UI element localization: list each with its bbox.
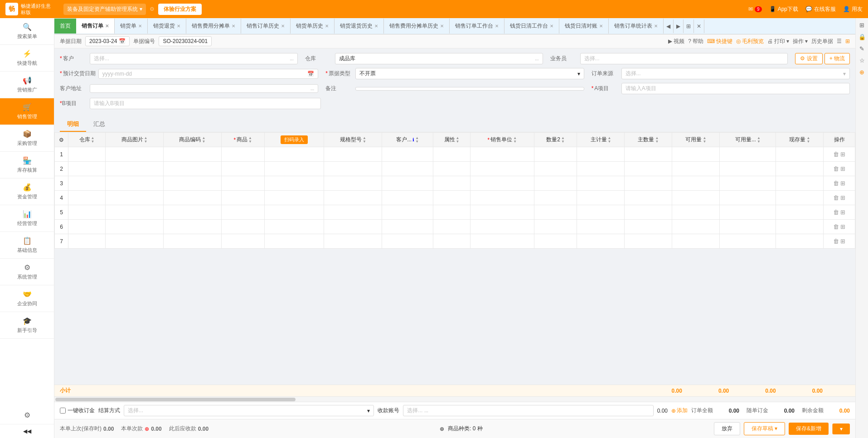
row-available2-2[interactable] bbox=[720, 162, 776, 176]
row-customer-code-1[interactable] bbox=[382, 147, 433, 162]
sidebar-item-system[interactable]: ⚙系统管理 bbox=[0, 259, 54, 285]
row-stock-2[interactable] bbox=[776, 162, 824, 176]
row-action-4[interactable]: 🗑 ⊞ bbox=[824, 191, 855, 205]
row-available2-3[interactable] bbox=[720, 176, 776, 191]
row-qty2-2[interactable] bbox=[534, 162, 577, 176]
row-spec-4[interactable] bbox=[324, 191, 382, 205]
tab-sales-expense-history[interactable]: 销售费用分摊单历史✕ bbox=[384, 19, 450, 34]
delete-icon-6[interactable]: 🗑 bbox=[833, 223, 839, 230]
row-stock-5[interactable] bbox=[776, 205, 824, 220]
tab-sales-invoice[interactable]: 销货单✕ bbox=[115, 19, 148, 34]
col-main-unit-header[interactable]: 主计量 ▲▼ bbox=[577, 133, 625, 147]
row-qty2-6[interactable] bbox=[534, 220, 577, 234]
save-draft-button[interactable]: 保存草稿 ▾ bbox=[744, 422, 785, 435]
app-download-button[interactable]: 📱 App下载 bbox=[769, 5, 798, 13]
tab-close-icon[interactable]: ✕ bbox=[374, 24, 378, 29]
tab-sales-summary[interactable]: 销售订单统计表✕ bbox=[609, 19, 664, 34]
row-warehouse-5[interactable] bbox=[68, 205, 106, 220]
row-product-1[interactable] bbox=[221, 147, 264, 162]
delivery-date-input[interactable]: yyyy-mm-dd 📅 bbox=[98, 69, 319, 79]
sidebar-item-finance[interactable]: 💰资金管理 bbox=[0, 178, 54, 205]
row-attribute-6[interactable] bbox=[433, 220, 470, 234]
tab-more-button[interactable]: ⊞ bbox=[684, 19, 694, 33]
tab-close-icon[interactable]: ✕ bbox=[232, 24, 235, 29]
tab-close-icon[interactable]: ✕ bbox=[440, 24, 444, 29]
account-select[interactable]: 选择... ... bbox=[403, 405, 653, 416]
col-available-header[interactable]: 可用量 ▲▼ bbox=[672, 133, 720, 147]
sidebar-collapse-button[interactable]: ◀◀ bbox=[0, 424, 54, 438]
save-new-button[interactable]: 保存&新增 bbox=[789, 423, 829, 435]
row-customer-code-3[interactable] bbox=[382, 176, 433, 191]
tab-sales-order-history[interactable]: 销售订单历史✕ bbox=[241, 19, 291, 34]
row-action-1[interactable]: 🗑 ⊞ bbox=[824, 147, 855, 162]
col-available2-header[interactable]: 可用量... ▲▼ bbox=[720, 133, 776, 147]
view-button[interactable]: ▶ 视频 bbox=[668, 38, 684, 45]
copy-icon-6[interactable]: ⊞ bbox=[840, 223, 845, 230]
row-image-5[interactable] bbox=[106, 205, 164, 220]
row-main-qty-5[interactable] bbox=[625, 205, 672, 220]
row-main-qty-7[interactable] bbox=[625, 234, 672, 249]
row-spec-3[interactable] bbox=[324, 176, 382, 191]
user-button[interactable]: 👤 用友 bbox=[843, 5, 863, 13]
col-product-header[interactable]: *商品 ▲▼ bbox=[221, 133, 264, 147]
row-main-unit-4[interactable] bbox=[577, 191, 625, 205]
sidebar-item-search[interactable]: 🔍搜索菜单 bbox=[0, 18, 54, 45]
row-customer-code-4[interactable] bbox=[382, 191, 433, 205]
row-warehouse-6[interactable] bbox=[68, 220, 106, 234]
tab-close-icon[interactable]: ✕ bbox=[654, 24, 658, 29]
row-unit-4[interactable] bbox=[470, 191, 534, 205]
row-image-3[interactable] bbox=[106, 176, 164, 191]
row-warehouse-4[interactable] bbox=[68, 191, 106, 205]
tab-sales-expense-split[interactable]: 销售费用分摊单✕ bbox=[186, 19, 241, 34]
row-main-unit-7[interactable] bbox=[577, 234, 625, 249]
row-warehouse-3[interactable] bbox=[68, 176, 106, 191]
tab-close-icon[interactable]: ✕ bbox=[281, 24, 285, 29]
row-stock-3[interactable] bbox=[776, 176, 824, 191]
add-payment-button[interactable]: ⊕ 添加 bbox=[671, 407, 688, 414]
row-stock-1[interactable] bbox=[776, 147, 824, 162]
copy-icon-7[interactable]: ⊞ bbox=[840, 238, 845, 245]
row-action-6[interactable]: 🗑 ⊞ bbox=[824, 220, 855, 234]
col-stock-header[interactable]: 现存量 ▲▼ bbox=[776, 133, 824, 147]
row-product-4[interactable] bbox=[221, 191, 264, 205]
row-customer-code-5[interactable] bbox=[382, 205, 433, 220]
row-available2-6[interactable] bbox=[720, 220, 776, 234]
row-action-3[interactable]: 🗑 ⊞ bbox=[824, 176, 855, 191]
shortcut-button[interactable]: ⌨ 快捷键 bbox=[707, 38, 732, 45]
row-image-1[interactable] bbox=[106, 147, 164, 162]
row-image-7[interactable] bbox=[106, 234, 164, 249]
row-main-qty-2[interactable] bbox=[625, 162, 672, 176]
sidebar-item-guide[interactable]: 🎓新手引导 bbox=[0, 312, 54, 339]
row-unit-7[interactable] bbox=[470, 234, 534, 249]
form-view-button[interactable]: ⊞ bbox=[845, 38, 850, 44]
row-attribute-3[interactable] bbox=[433, 176, 470, 191]
tab-close-icon[interactable]: ✕ bbox=[495, 24, 499, 29]
row-main-qty-6[interactable] bbox=[625, 220, 672, 234]
address-input[interactable]: ... bbox=[90, 84, 318, 93]
col-unit-header[interactable]: *销售单位 ▲▼ bbox=[470, 133, 534, 147]
col-product-image-header[interactable]: 商品图片 ▲▼ bbox=[106, 133, 164, 147]
row-code-2[interactable] bbox=[163, 162, 221, 176]
tab-close-icon[interactable]: ✕ bbox=[550, 24, 553, 29]
row-customer-code-6[interactable] bbox=[382, 220, 433, 234]
project-b-input[interactable]: 请输入B项目 bbox=[90, 98, 321, 109]
online-service-button[interactable]: 💬 在线客服 bbox=[805, 5, 836, 13]
one-click-checkbox[interactable]: 一键收订金 bbox=[60, 407, 95, 414]
sidebar-item-settings[interactable]: ⚙ bbox=[0, 406, 54, 424]
system-selector[interactable]: 装备及固定资产辅助管理系统 ▾ bbox=[63, 4, 146, 15]
delete-icon-2[interactable]: 🗑 bbox=[833, 165, 839, 172]
row-stock-4[interactable] bbox=[776, 191, 824, 205]
delete-icon-4[interactable]: 🗑 bbox=[833, 194, 839, 201]
scan-button[interactable]: 扫码录入 bbox=[281, 135, 308, 144]
row-warehouse-7[interactable] bbox=[68, 234, 106, 249]
row-image-4[interactable] bbox=[106, 191, 164, 205]
scroll-thumb[interactable] bbox=[55, 398, 296, 401]
row-attribute-5[interactable] bbox=[433, 205, 470, 220]
row-available2-4[interactable] bbox=[720, 191, 776, 205]
row-available-7[interactable] bbox=[672, 234, 720, 249]
row-available-6[interactable] bbox=[672, 220, 720, 234]
row-main-unit-2[interactable] bbox=[577, 162, 625, 176]
customer-input[interactable]: 选择... ... bbox=[90, 53, 298, 64]
copy-icon-3[interactable]: ⊞ bbox=[840, 180, 845, 187]
tab-detail[interactable]: 明细 bbox=[60, 117, 86, 132]
